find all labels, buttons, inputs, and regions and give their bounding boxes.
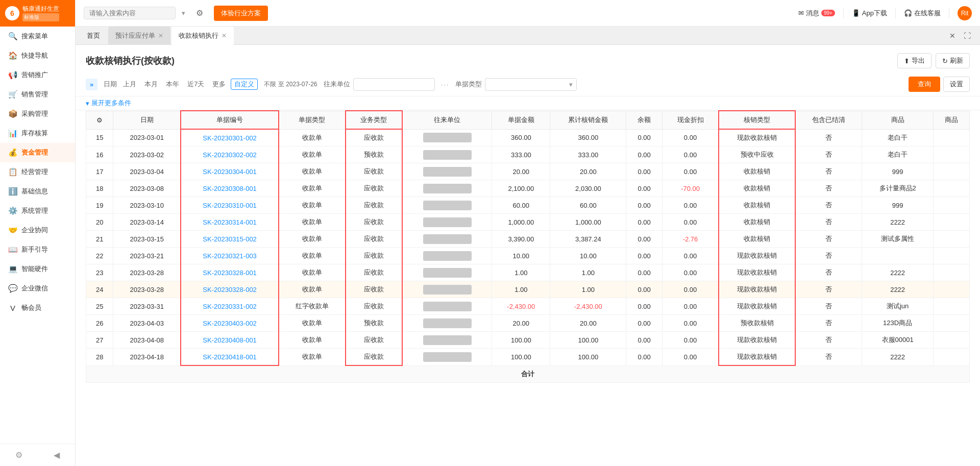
industry-solution-button[interactable]: 体验行业方案 xyxy=(214,6,268,21)
tab-maximize-button[interactable]: ⛶ xyxy=(961,31,974,41)
tab-close-all-button[interactable]: ✕ xyxy=(946,31,959,41)
collapse-icon[interactable]: ◀ xyxy=(52,448,62,462)
doc-no-link[interactable]: SK-20230308-001 xyxy=(203,185,257,192)
date-this-month-button[interactable]: 本月 xyxy=(141,79,161,90)
sidebar-item-finance[interactable]: 💰 资金管理 xyxy=(0,143,75,162)
col-doc-no[interactable]: 单据编号 xyxy=(181,111,279,129)
col-doc-type[interactable]: 单据类型 xyxy=(279,111,346,129)
row-doc-no[interactable]: SK-20230308-001 xyxy=(181,180,279,197)
col-discount[interactable]: 现金折扣 xyxy=(663,111,719,129)
col-gear[interactable]: ⚙ xyxy=(86,111,113,129)
row-doc-no[interactable]: SK-20230328-002 xyxy=(181,281,279,298)
row-doc-no[interactable]: SK-20230321-003 xyxy=(181,248,279,264)
table-row: 252023-03-31SK-20230331-002红字收款单应收款█████… xyxy=(86,298,970,315)
hardware-icon: 💻 xyxy=(8,264,17,274)
tab-close-receivable[interactable]: ✕ xyxy=(158,32,163,39)
row-doc-no[interactable]: SK-20230304-001 xyxy=(181,163,279,180)
row-include-settled: 否 xyxy=(795,298,862,315)
date-last-month-button[interactable]: 上月 xyxy=(120,79,139,90)
row-doc-no[interactable]: SK-20230301-002 xyxy=(181,129,279,146)
row-product: 2222 xyxy=(862,214,934,231)
date-custom-button[interactable]: 自定义 xyxy=(231,79,258,90)
sidebar-item-system[interactable]: ⚙️ 系统管理 xyxy=(0,201,75,220)
doc-no-link[interactable]: SK-20230315-002 xyxy=(203,235,257,243)
tab-home[interactable]: 首页 xyxy=(80,27,107,45)
tab-writeoff[interactable]: 收款核销执行 ✕ xyxy=(172,27,234,45)
tab-receivable[interactable]: 预计应应付单 ✕ xyxy=(108,27,170,45)
row-doc-no[interactable]: SK-20230302-002 xyxy=(181,146,279,163)
date-7days-button[interactable]: 近7天 xyxy=(184,79,207,90)
row-include-settled: 否 xyxy=(795,231,862,248)
row-partner: ██████ xyxy=(402,146,492,163)
refresh-button[interactable]: ↻ 刷新 xyxy=(936,53,970,68)
sidebar-item-sales[interactable]: 🛒 销售管理 xyxy=(0,85,75,104)
col-partner[interactable]: 往来单位 xyxy=(402,111,492,129)
doc-no-link[interactable]: SK-20230328-002 xyxy=(203,286,257,293)
sidebar-item-search[interactable]: 🔍 搜索菜单 xyxy=(0,27,75,46)
sidebar-item-purchase[interactable]: 📦 采购管理 xyxy=(0,104,75,124)
date-more-button[interactable]: 更多 xyxy=(209,79,229,90)
search-input[interactable] xyxy=(84,7,176,19)
settings-bottom-icon[interactable]: ⚙ xyxy=(13,448,24,462)
row-date: 2023-03-31 xyxy=(113,298,181,315)
sidebar-item-operations[interactable]: 📋 经营管理 xyxy=(0,162,75,182)
app-download-button[interactable]: 📱 App下载 xyxy=(852,9,887,18)
doc-no-link[interactable]: SK-20230314-001 xyxy=(203,218,257,226)
row-doc-no[interactable]: SK-20230310-001 xyxy=(181,197,279,214)
col-writeoff-type[interactable]: 核销类型 xyxy=(719,111,795,129)
col-product2[interactable]: 商品 xyxy=(934,111,970,129)
filter-toggle-button[interactable]: » xyxy=(86,79,97,90)
expand-more-conditions[interactable]: ▾ 展开更多条件 xyxy=(76,96,980,110)
row-biz-type: 应收款 xyxy=(346,281,402,298)
row-balance: 0.00 xyxy=(626,180,663,197)
col-amount[interactable]: 单据金额 xyxy=(492,111,550,129)
export-button[interactable]: ⬆ 导出 xyxy=(897,53,932,68)
row-doc-no[interactable]: SK-20230418-001 xyxy=(181,349,279,366)
doc-no-link[interactable]: SK-20230321-003 xyxy=(203,252,257,260)
doc-no-link[interactable]: SK-20230310-001 xyxy=(203,202,257,209)
sidebar-item-guide[interactable]: 📖 新手引导 xyxy=(0,240,75,259)
row-partner: ██████ xyxy=(402,332,492,349)
row-doc-no[interactable]: SK-20230315-002 xyxy=(181,231,279,248)
user-avatar[interactable]: Rit xyxy=(958,6,972,20)
message-button[interactable]: ✉ 消息 99+ xyxy=(798,9,835,18)
col-include-settled[interactable]: 包含已结清 xyxy=(795,111,862,129)
sidebar-item-hardware[interactable]: 💻 智能硬件 xyxy=(0,259,75,279)
tab-close-writeoff[interactable]: ✕ xyxy=(222,32,227,39)
online-service-button[interactable]: 🎧 在线客服 xyxy=(904,9,941,18)
doc-no-link[interactable]: SK-20230328-001 xyxy=(203,269,257,277)
content-area: 收款核销执行(按收款) ⬆ 导出 ↻ 刷新 » 日期 上月 本月 本 xyxy=(76,45,980,466)
col-date[interactable]: 日期 xyxy=(113,111,181,129)
query-button[interactable]: 查询 xyxy=(909,77,940,92)
sidebar-item-wechat[interactable]: 💬 企业微信 xyxy=(0,279,75,298)
doc-no-link[interactable]: SK-20230301-002 xyxy=(203,134,257,142)
doc-no-link[interactable]: SK-20230302-002 xyxy=(203,151,257,159)
sidebar-item-inventory[interactable]: 📊 库存核算 xyxy=(0,124,75,143)
partner-input[interactable] xyxy=(353,78,435,91)
column-settings-button[interactable]: 设置 xyxy=(943,77,970,92)
doctype-select[interactable] xyxy=(485,78,577,91)
row-doc-no[interactable]: SK-20230403-002 xyxy=(181,315,279,332)
row-doc-no[interactable]: SK-20230331-002 xyxy=(181,298,279,315)
doc-no-link[interactable]: SK-20230418-001 xyxy=(203,353,257,361)
sidebar-item-quicknav[interactable]: 🏠 快捷导航 xyxy=(0,46,75,65)
collab-icon: 🤝 xyxy=(8,226,17,235)
col-balance[interactable]: 余额 xyxy=(626,111,663,129)
col-product[interactable]: 商品 xyxy=(862,111,934,129)
sidebar-item-member[interactable]: V 畅会员 xyxy=(0,298,75,317)
col-writeoff-amount[interactable]: 累计核销金额 xyxy=(550,111,626,129)
doc-no-link[interactable]: SK-20230331-002 xyxy=(203,303,257,310)
doc-no-link[interactable]: SK-20230408-001 xyxy=(203,336,257,344)
row-amount: 20.00 xyxy=(492,163,550,180)
sidebar-item-basic[interactable]: ℹ️ 基础信息 xyxy=(0,182,75,201)
col-biz-type[interactable]: 业务类型 xyxy=(346,111,402,129)
gear-icon[interactable]: ⚙ xyxy=(191,5,208,21)
date-this-year-button[interactable]: 本年 xyxy=(163,79,182,90)
sidebar-item-marketing[interactable]: 📢 营销推广 xyxy=(0,65,75,85)
row-doc-no[interactable]: SK-20230314-001 xyxy=(181,214,279,231)
row-doc-no[interactable]: SK-20230408-001 xyxy=(181,332,279,349)
row-doc-no[interactable]: SK-20230328-001 xyxy=(181,264,279,281)
doc-no-link[interactable]: SK-20230403-002 xyxy=(203,320,257,327)
doc-no-link[interactable]: SK-20230304-001 xyxy=(203,168,257,176)
sidebar-item-collab[interactable]: 🤝 企业协同 xyxy=(0,220,75,240)
